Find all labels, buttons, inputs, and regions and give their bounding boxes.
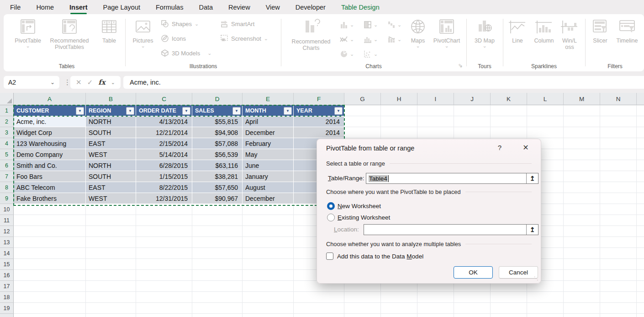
cell-C19[interactable] (136, 303, 192, 314)
cell-L18[interactable] (527, 292, 564, 303)
cell-M9[interactable] (564, 193, 600, 204)
column-header-L[interactable]: L (527, 93, 564, 105)
cell-M8[interactable] (564, 182, 600, 193)
table-range-input[interactable]: Table4 ↥ (366, 173, 538, 184)
filter-button-order-date[interactable]: ▼ (182, 107, 190, 115)
tab-review[interactable]: Review (228, 4, 250, 11)
cell-J18[interactable] (454, 292, 491, 303)
cell-L20[interactable] (527, 314, 564, 317)
cell-J1[interactable] (454, 105, 491, 116)
cell-D13[interactable] (192, 237, 243, 248)
cell-K19[interactable] (491, 303, 527, 314)
row-header-10[interactable]: 10 (0, 204, 14, 215)
cell-E20[interactable] (243, 314, 294, 317)
cell-N12[interactable] (600, 226, 637, 237)
cell-C11[interactable] (136, 215, 192, 226)
cell-A1[interactable]: CUSTOMER▼ (14, 105, 86, 116)
cell-E10[interactable] (243, 204, 294, 215)
cell-M11[interactable] (564, 215, 600, 226)
help-icon[interactable]: ? (495, 144, 504, 151)
cell-O5[interactable] (637, 149, 644, 160)
chevron-down-icon[interactable]: ⌄ (111, 80, 115, 86)
cell-E7[interactable]: January (243, 171, 294, 182)
cell-B8[interactable]: EAST (86, 182, 136, 193)
cell-O1[interactable] (637, 105, 644, 116)
cell-A11[interactable] (14, 215, 86, 226)
cell-E5[interactable]: May (243, 149, 294, 160)
ok-button[interactable]: OK (454, 266, 493, 279)
cell-A9[interactable]: Fake Brothers (14, 193, 86, 204)
cell-H2[interactable] (381, 116, 417, 127)
recommended-charts-button[interactable]: Recommended Charts (287, 18, 335, 51)
cell-A15[interactable] (14, 259, 86, 270)
cell-D17[interactable] (192, 281, 243, 292)
row-header-8[interactable]: 8 (0, 182, 14, 193)
icons-button[interactable]: Icons (161, 34, 186, 43)
cell-G1[interactable] (344, 105, 381, 116)
cell-J3[interactable] (454, 127, 491, 138)
column-header-E[interactable]: E (243, 93, 294, 105)
cell-I1[interactable] (417, 105, 454, 116)
column-header-partial[interactable] (637, 93, 644, 105)
cell-N6[interactable] (600, 160, 637, 171)
cell-K20[interactable] (491, 314, 527, 317)
tab-developer[interactable]: Developer (296, 4, 326, 11)
cell-M3[interactable] (564, 127, 600, 138)
filter-button-year[interactable]: ▼ (334, 107, 343, 115)
row-header-17[interactable]: 17 (0, 281, 14, 292)
table-button[interactable]: Table (98, 18, 121, 44)
cell-A8[interactable]: ABC Telecom (14, 182, 86, 193)
cell-E18[interactable] (243, 292, 294, 303)
cell-D6[interactable]: $63,116 (192, 160, 243, 171)
cell-N2[interactable] (600, 116, 637, 127)
cell-G2[interactable] (344, 116, 381, 127)
row-header-5[interactable]: 5 (0, 149, 14, 160)
cell-C2[interactable]: 4/13/2014 (136, 116, 192, 127)
cell-M10[interactable] (564, 204, 600, 215)
cell-G18[interactable] (344, 292, 381, 303)
row-header-19[interactable]: 19 (0, 303, 14, 314)
tab-view[interactable]: View (266, 4, 280, 11)
cell-H20[interactable] (381, 314, 417, 317)
sparkline-winloss-button[interactable]: Win/Loss (560, 19, 580, 50)
maps-button[interactable]: Maps ⌄ (406, 18, 430, 48)
cell-L3[interactable] (527, 127, 564, 138)
cell-K3[interactable] (491, 127, 527, 138)
column-header-K[interactable]: K (491, 93, 527, 105)
cell-D12[interactable] (192, 226, 243, 237)
shapes-button[interactable]: Shapes ⌄ (161, 20, 199, 28)
cell-I2[interactable] (417, 116, 454, 127)
cell-N18[interactable] (600, 292, 637, 303)
cell-C7[interactable]: 1/15/2015 (136, 171, 192, 182)
existing-worksheet-label[interactable]: Existing Worksheet (338, 214, 390, 221)
sparkline-line-button[interactable]: Line (507, 19, 528, 44)
cell-D11[interactable] (192, 215, 243, 226)
slicer-button[interactable]: Slicer (589, 19, 612, 44)
cell-N3[interactable] (600, 127, 637, 138)
insert-pie-chart-button[interactable]: ⌄ (339, 49, 354, 59)
cell-D7[interactable]: $38,281 (192, 171, 243, 182)
row-header-13[interactable]: 13 (0, 237, 14, 248)
cell-O7[interactable] (637, 171, 644, 182)
cell-E19[interactable] (243, 303, 294, 314)
cell-M16[interactable] (564, 270, 600, 281)
cell-C10[interactable] (136, 204, 192, 215)
row-header-15[interactable]: 15 (0, 259, 14, 270)
cell-B12[interactable] (86, 226, 136, 237)
cell-G3[interactable] (344, 127, 381, 138)
cell-B18[interactable] (86, 292, 136, 303)
cell-C15[interactable] (136, 259, 192, 270)
cell-M2[interactable] (564, 116, 600, 127)
cell-A17[interactable] (14, 281, 86, 292)
collapse-dialog-icon[interactable]: ↥ (526, 225, 538, 235)
cell-B10[interactable] (86, 204, 136, 215)
cell-I20[interactable] (417, 314, 454, 317)
cell-M5[interactable] (564, 149, 600, 160)
pictures-button[interactable]: Pictures ⌄ (130, 18, 156, 48)
cell-H18[interactable] (381, 292, 417, 303)
cell-D19[interactable] (192, 303, 243, 314)
cell-F3[interactable]: 2014 (294, 127, 344, 138)
row-header-18[interactable]: 18 (0, 292, 14, 303)
cell-J19[interactable] (454, 303, 491, 314)
cell-N17[interactable] (600, 281, 637, 292)
